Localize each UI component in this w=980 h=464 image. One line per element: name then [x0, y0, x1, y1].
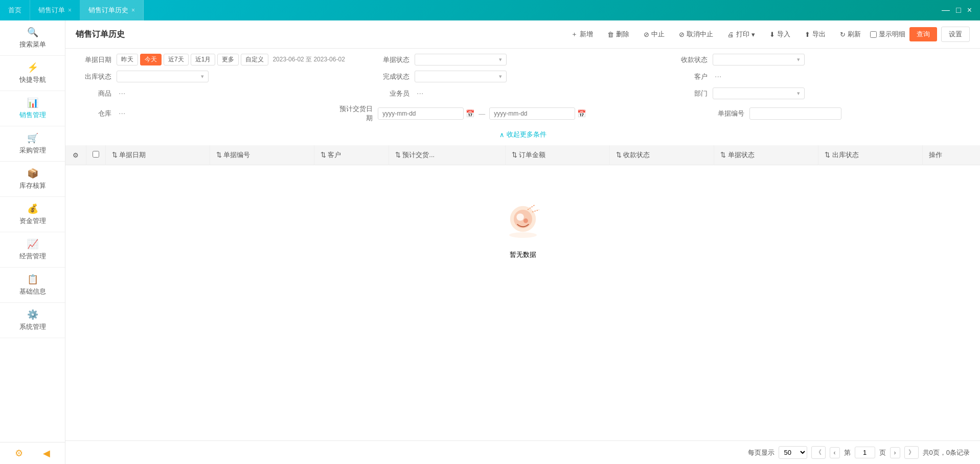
page-next-btn[interactable]: › — [890, 447, 900, 458]
expected-date-from[interactable] — [378, 107, 464, 120]
window-close-btn[interactable]: × — [967, 6, 972, 15]
product-dots-btn[interactable]: ··· — [117, 89, 127, 98]
page-last-btn[interactable]: 》 — [904, 446, 919, 459]
pagination-bar: 每页显示 50 20 100 《 ‹ 第 页 › 》 共0页，0条记录 — [65, 440, 980, 464]
select-all-checkbox[interactable] — [93, 151, 99, 158]
tab-home[interactable]: 首页 — [0, 0, 30, 20]
date-custom-btn[interactable]: 自定义 — [241, 54, 268, 65]
filter-section: 单据日期 昨天 今天 近7天 近1月 更多 自定义 2023-06-02 至 2… — [65, 49, 980, 145]
warehouse-label: 仓库 — [76, 109, 117, 118]
sidebar: 🔍 搜索菜单 ⚡ 快捷导航 📊 销售管理 🛒 采购管理 📦 库存核算 💰 资金管… — [0, 20, 65, 464]
completion-status-select[interactable]: ▾ — [415, 71, 507, 82]
sidebar-item-system-mgmt[interactable]: ⚙️ 系统管理 — [0, 303, 65, 338]
sidebar-item-purchase-mgmt[interactable]: 🛒 采购管理 — [0, 126, 65, 162]
calendar-to-icon[interactable]: 📅 — [577, 109, 586, 118]
refresh-btn[interactable]: ↻ 刷新 — [835, 27, 866, 41]
new-icon: ＋ — [571, 30, 578, 39]
salesperson-dots-btn[interactable]: ··· — [415, 89, 425, 98]
order-number-control — [749, 107, 970, 120]
th-order-status[interactable]: ⇅ 单据状态 — [714, 145, 818, 165]
new-btn[interactable]: ＋ 新增 — [566, 27, 598, 41]
sidebar-item-quick-nav-label: 快捷导航 — [19, 75, 46, 84]
sidebar-item-search-menu[interactable]: 🔍 搜索菜单 — [0, 20, 65, 56]
date-more-btn[interactable]: 更多 — [217, 54, 239, 65]
window-max-btn[interactable]: □ — [956, 6, 961, 15]
th-customer[interactable]: ⇅ 客户 — [314, 145, 389, 165]
sort-deliverystatus-icon: ⇅ — [825, 151, 830, 159]
print-btn[interactable]: 🖨 打印 ▾ — [722, 27, 760, 41]
svg-point-4 — [523, 218, 528, 223]
sidebar-settings-icon[interactable]: ⚙ — [15, 448, 23, 459]
warehouse-dots-btn[interactable]: ··· — [117, 109, 127, 118]
date-quick-btns: 昨天 今天 近7天 近1月 更多 自定义 — [117, 54, 268, 65]
toolbar: ＋ 新增 🗑 删除 ⊘ 中止 ⊘ 取消中止 — [566, 27, 970, 42]
th-order-no[interactable]: ⇅ 单据编号 — [210, 145, 314, 165]
content-area: 销售订单历史 ＋ 新增 🗑 删除 ⊘ 中止 ⊘ — [65, 20, 980, 464]
payment-status-chevron-icon: ▾ — [797, 56, 800, 63]
empty-text: 暂无数据 — [510, 250, 536, 259]
sidebar-collapse-icon[interactable]: ◀ — [43, 448, 50, 459]
page-first-btn[interactable]: 《 — [811, 446, 826, 459]
order-status-select[interactable]: ▾ — [415, 54, 507, 65]
th-gear[interactable]: ⚙ — [65, 145, 86, 165]
th-date[interactable]: ⇅ 单据日期 — [105, 145, 210, 165]
purchase-mgmt-icon: 🛒 — [27, 132, 38, 144]
cancel-stop-btn[interactable]: ⊘ 取消中止 — [674, 27, 718, 41]
delete-btn[interactable]: 🗑 删除 — [602, 27, 634, 41]
date-today-btn[interactable]: 今天 — [140, 54, 162, 65]
sidebar-item-sales-mgmt[interactable]: 📊 销售管理 — [0, 91, 65, 126]
stop-label: 中止 — [651, 30, 665, 39]
expected-date-to[interactable] — [489, 107, 575, 120]
payment-status-select[interactable]: ▾ — [713, 54, 805, 65]
query-btn[interactable]: 查询 — [909, 27, 937, 41]
date-1month-btn[interactable]: 近1月 — [191, 54, 216, 65]
filter-row-2: 出库状态 ▾ 完成状态 ▾ 客户 ··· — [76, 71, 970, 82]
sidebar-item-search-menu-label: 搜索菜单 — [19, 40, 46, 49]
stop-btn[interactable]: ⊘ 中止 — [639, 27, 670, 41]
sidebar-item-operation-label: 经营管理 — [19, 252, 46, 261]
sidebar-item-operation[interactable]: 📈 经营管理 — [0, 232, 65, 268]
date-yesterday-btn[interactable]: 昨天 — [117, 54, 138, 65]
sidebar-item-base-info[interactable]: 📋 基础信息 — [0, 268, 65, 303]
show-detail-checkbox[interactable] — [870, 31, 877, 38]
collapse-row[interactable]: ∧ 收起更多条件 — [76, 128, 970, 142]
delivery-status-select[interactable]: ▾ — [117, 71, 209, 82]
page-input[interactable] — [855, 447, 875, 458]
tab-sales-order[interactable]: 销售订单 × — [30, 0, 80, 20]
base-info-icon: 📋 — [27, 274, 38, 285]
delivery-status-chevron-icon: ▾ — [201, 73, 204, 80]
th-amount[interactable]: ⇅ 订单金额 — [505, 145, 609, 165]
th-delivery-status[interactable]: ⇅ 出库状态 — [818, 145, 922, 165]
window-min-btn[interactable]: — — [942, 6, 950, 15]
table-section: ⚙ ⇅ 单据日期 ⇅ 单据编号 ⇅ 客户 ⇅ 预计交货... ⇅ 订单金额 ⇅ … — [65, 145, 980, 464]
page-prev-btn[interactable]: ‹ — [830, 447, 840, 458]
tab-sales-order-history[interactable]: 销售订单历史 × — [80, 0, 144, 20]
cancel-stop-label: 取消中止 — [687, 30, 713, 39]
th-payment-status[interactable]: ⇅ 收款状态 — [609, 145, 714, 165]
export-btn[interactable]: ⬆ 导出 — [800, 27, 831, 41]
department-label: 部门 — [672, 89, 713, 98]
topbar: 首页 销售订单 × 销售订单历史 × — □ × — [0, 0, 980, 20]
page-word: 页 — [879, 448, 886, 457]
order-number-input[interactable] — [749, 107, 841, 120]
th-check[interactable] — [86, 145, 105, 165]
settings-btn[interactable]: 设置 — [941, 27, 970, 42]
th-expected-delivery[interactable]: ⇅ 预计交货... — [389, 145, 505, 165]
import-btn[interactable]: ⬇ 导入 — [764, 27, 795, 41]
department-select[interactable]: ▾ — [713, 87, 805, 99]
sort-payment-icon: ⇅ — [616, 151, 622, 159]
customer-dots-btn[interactable]: ··· — [713, 72, 723, 81]
tab-sales-order-history-close[interactable]: × — [131, 7, 135, 14]
system-mgmt-icon: ⚙️ — [27, 309, 38, 320]
date-7days-btn[interactable]: 近7天 — [164, 54, 189, 65]
salesperson-control: ··· — [415, 89, 672, 98]
sidebar-item-finance[interactable]: 💰 资金管理 — [0, 197, 65, 232]
show-detail-label: 显示明细 — [870, 30, 905, 39]
department-control: ▾ — [713, 87, 970, 99]
sidebar-item-quick-nav[interactable]: ⚡ 快捷导航 — [0, 56, 65, 91]
page-size-select[interactable]: 50 20 100 — [779, 446, 807, 459]
calendar-from-icon[interactable]: 📅 — [466, 109, 474, 118]
completion-status-label: 完成状态 — [374, 72, 415, 81]
tab-sales-order-close[interactable]: × — [68, 7, 72, 14]
sidebar-item-inventory[interactable]: 📦 库存核算 — [0, 162, 65, 197]
